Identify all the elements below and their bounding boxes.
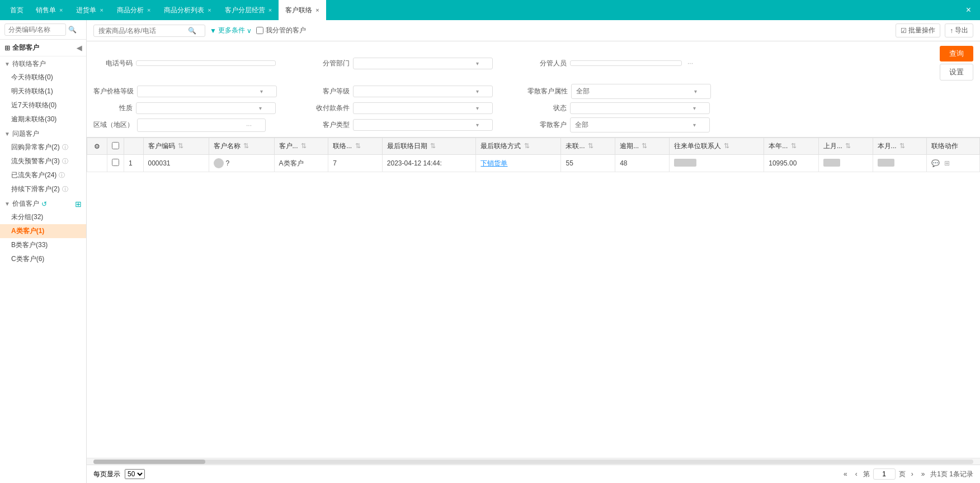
filter-region-select[interactable]: ··· (137, 119, 266, 132)
filter-search-icon[interactable]: 🔍 (188, 27, 196, 35)
sidebar-item-class-c[interactable]: C类客户(6) (0, 252, 86, 266)
sidebar-item-today[interactable]: 今天待联络(0) (0, 70, 86, 84)
filter-retail-attr-select[interactable]: 全部 ▾ (571, 84, 711, 99)
th-settings[interactable]: ⚙ (87, 138, 107, 155)
th-name[interactable]: 客户名称 ⇅ (209, 138, 274, 155)
th-checkbox-input[interactable] (112, 142, 119, 149)
dots-icon2[interactable]: ··· (246, 121, 252, 129)
add-group-icon[interactable]: ⊞ (75, 200, 82, 209)
sort-icon-code[interactable]: ⇅ (178, 142, 183, 150)
th-code[interactable]: 客户编码 ⇅ (143, 138, 209, 155)
dots-icon1[interactable]: ··· (687, 59, 693, 67)
nav-analysis-list[interactable]: 商品分析列表 × (157, 0, 218, 20)
th-last-date[interactable]: 最后联络日期 ⇅ (382, 138, 476, 155)
grid-action-icon[interactable]: ⊞ (944, 159, 950, 167)
window-close-button[interactable]: × (962, 5, 976, 15)
query-button[interactable]: 查询 (940, 46, 973, 61)
nav-sales[interactable]: 销售单 × (29, 0, 69, 20)
filter-person-input[interactable] (570, 60, 682, 66)
filter-nature-select[interactable]: ▾ (136, 102, 276, 114)
filter-more-button[interactable]: ▼ 更多条件 ∨ (210, 26, 252, 35)
nav-analysis-list-close[interactable]: × (208, 7, 211, 13)
per-page-select[interactable]: 50 (125, 469, 145, 479)
th-last-month[interactable]: 上月... ⇅ (818, 138, 873, 155)
sidebar-all-customers[interactable]: ⊞ 全部客户 ◀ (0, 40, 86, 56)
sidebar-item-declining[interactable]: 持续下滑客户(2) ⓘ (0, 182, 86, 196)
sort-icon-last-month[interactable]: ⇅ (845, 142, 851, 150)
batch-ops-button[interactable]: ☑ 批量操作 (896, 23, 940, 37)
filter-customer-type-select[interactable]: ▾ (353, 119, 493, 131)
sort-icon-this-month[interactable]: ⇅ (899, 142, 905, 150)
my-customers-check-input[interactable] (256, 27, 263, 34)
export-button[interactable]: ↑ 导出 (945, 23, 973, 37)
nav-customer-contact[interactable]: 客户联络 × (279, 0, 326, 20)
sort-icon-nocontact[interactable]: ⇅ (588, 142, 593, 150)
sidebar-item-7days[interactable]: 近7天待联络(0) (0, 98, 86, 112)
row-checkbox[interactable] (112, 159, 119, 166)
nav-analysis-close[interactable]: × (147, 7, 150, 13)
sidebar-item-unclassified[interactable]: 未分组(32) (0, 210, 86, 224)
sort-icon-contact[interactable]: ⇅ (355, 142, 361, 150)
filter-phone-input[interactable] (136, 60, 276, 66)
sidebar-item-repurchase-abnormal[interactable]: 回购异常客户(2) ⓘ (0, 140, 86, 154)
th-this-year[interactable]: 本年... ⇅ (764, 138, 819, 155)
sidebar-item-class-a[interactable]: A类客户(1) (0, 224, 86, 238)
th-no-contact[interactable]: 未联... ⇅ (561, 138, 615, 155)
th-unit-contact[interactable]: 往来单位联系人 ⇅ (669, 138, 764, 155)
sort-icon-method[interactable]: ⇅ (524, 142, 530, 150)
nav-analysis[interactable]: 商品分析 × (110, 0, 157, 20)
sidebar-group-problem[interactable]: ▼ 问题客户 (0, 126, 86, 140)
sidebar-search-input[interactable] (4, 23, 66, 36)
filter-status-select[interactable]: ▾ (570, 102, 710, 114)
last-page-button[interactable]: » (919, 469, 927, 479)
sidebar-item-overdue[interactable]: 逾期未联络(30) (0, 112, 86, 126)
sidebar-collapse-icon[interactable]: ◀ (77, 44, 82, 52)
sidebar-item-lost[interactable]: 已流失客户(24) ⓘ (0, 168, 86, 182)
nav-purchase-close[interactable]: × (100, 7, 103, 13)
sidebar-search-icon[interactable]: 🔍 (68, 26, 77, 34)
filter-retail-customer-select[interactable]: 全部 ▾ (570, 117, 710, 132)
prev-page-button[interactable]: ‹ (853, 469, 860, 479)
th-this-month[interactable]: 本月... ⇅ (873, 138, 927, 155)
sort-icon-unit[interactable]: ⇅ (724, 142, 729, 150)
chat-icon[interactable]: 💬 (931, 159, 940, 167)
sidebar-group-pending[interactable]: ▼ 待联络客户 (0, 56, 86, 70)
next-page-button[interactable]: › (909, 469, 916, 479)
filter-price-level-select[interactable]: ▾ (137, 86, 277, 97)
nav-home[interactable]: 首页 (4, 0, 29, 20)
settings-button[interactable]: 设置 (940, 64, 973, 80)
td-checkbox[interactable] (107, 155, 124, 172)
nav-customer-layer[interactable]: 客户分层经营 × (218, 0, 279, 20)
td-last-method[interactable]: 下销货单 (476, 155, 561, 172)
sort-icon-year[interactable]: ⇅ (791, 142, 797, 150)
first-page-button[interactable]: « (841, 469, 850, 479)
nav-customer-contact-close[interactable]: × (315, 7, 319, 13)
page-input[interactable] (873, 468, 896, 480)
sidebar-item-tomorrow[interactable]: 明天待联络(1) (0, 84, 86, 98)
filter-search-input[interactable] (98, 27, 188, 35)
sort-icon-name[interactable]: ⇅ (243, 142, 249, 150)
filter-customer-level-select[interactable]: ▾ (353, 86, 493, 97)
th-contact[interactable]: 联络... ⇅ (328, 138, 383, 155)
filter-payment-select[interactable]: ▾ (353, 102, 493, 114)
sidebar-item-class-b[interactable]: B类客户(33) (0, 238, 86, 252)
sort-icon-date[interactable]: ⇅ (430, 142, 436, 150)
th-category[interactable]: 客户... ⇅ (274, 138, 328, 155)
sort-icon-overdue[interactable]: ⇅ (642, 142, 647, 150)
refresh-icon[interactable]: ↺ (41, 200, 47, 208)
th-last-method[interactable]: 最后联络方式 ⇅ (476, 138, 561, 155)
sort-icon-category[interactable]: ⇅ (301, 142, 307, 150)
my-customers-checkbox[interactable]: 我分管的客户 (256, 26, 306, 35)
nav-sales-close[interactable]: × (59, 7, 63, 13)
scrollbar-thumb[interactable] (93, 460, 205, 464)
horizontal-scrollbar[interactable] (87, 458, 980, 465)
nav-purchase[interactable]: 进货单 × (69, 0, 110, 20)
sidebar-group-value[interactable]: ▼ 价值客户 ↺ ⊞ (0, 196, 86, 210)
th-checkbox[interactable] (107, 138, 124, 155)
filter-dept-select[interactable]: ▾ (353, 58, 493, 69)
scrollbar-track[interactable] (93, 460, 973, 464)
last-method-link[interactable]: 下销货单 (480, 159, 507, 167)
nav-customer-layer-close[interactable]: × (268, 7, 272, 13)
th-overdue[interactable]: 逾期... ⇅ (615, 138, 670, 155)
sidebar-item-lost-warning[interactable]: 流失预警客户(3) ⓘ (0, 154, 86, 168)
